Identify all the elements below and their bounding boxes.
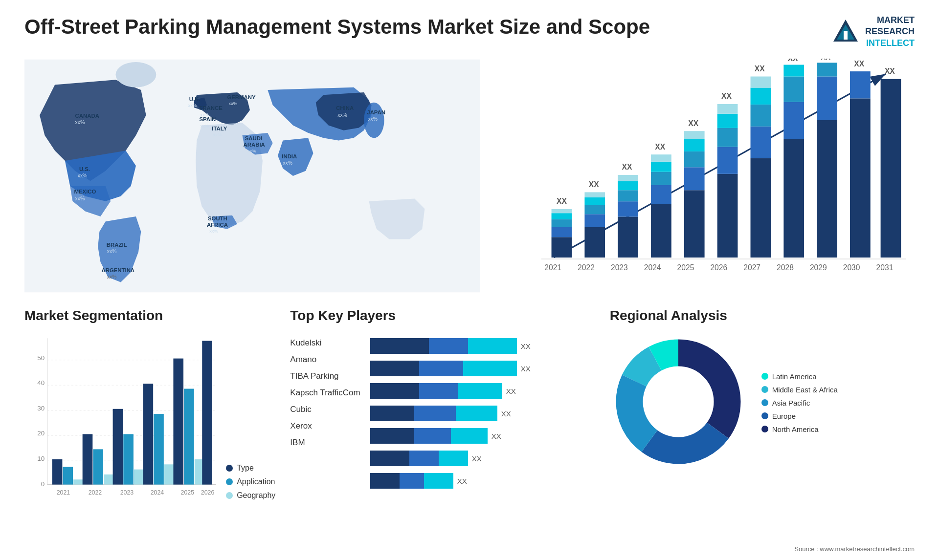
svg-rect-60 <box>651 172 671 185</box>
seg-legend: Type Application Geography <box>226 464 275 510</box>
players-list: Kudelski Amano TIBA Parking Kapsch Traff… <box>290 333 595 489</box>
svg-text:20: 20 <box>37 430 45 437</box>
svg-rect-89 <box>817 63 838 77</box>
logo-area: MARKET RESEARCH INTELLECT <box>831 15 915 49</box>
svg-text:xx%: xx% <box>78 173 88 178</box>
svg-rect-50 <box>585 193 605 197</box>
svg-rect-127 <box>104 474 114 485</box>
reg-item-na: North America <box>761 425 838 433</box>
svg-text:XX: XX <box>557 197 567 206</box>
svg-rect-70 <box>717 174 738 258</box>
svg-text:xx%: xx% <box>368 116 378 122</box>
svg-rect-46 <box>585 227 605 258</box>
svg-text:ARGENTINA: ARGENTINA <box>101 267 134 273</box>
svg-text:10: 10 <box>37 455 45 462</box>
svg-rect-134 <box>154 414 164 484</box>
svg-rect-121 <box>52 459 63 485</box>
svg-text:xx%: xx% <box>200 124 209 129</box>
svg-rect-80 <box>751 77 771 88</box>
svg-text:xx%: xx% <box>188 103 197 108</box>
bar-chart-svg: XX XX XX <box>500 59 915 293</box>
svg-rect-129 <box>113 409 123 485</box>
svg-rect-88 <box>817 77 838 120</box>
svg-rect-61 <box>651 162 671 172</box>
regional-legend: Latin America Middle East & Africa Asia … <box>761 372 838 433</box>
bar-cubic: XX <box>370 428 595 444</box>
svg-text:xx%: xx% <box>213 132 222 137</box>
svg-rect-126 <box>93 450 103 485</box>
svg-rect-91 <box>850 99 871 258</box>
key-players-section: Top Key Players Kudelski Amano TIBA Park… <box>290 308 595 513</box>
svg-rect-68 <box>684 131 705 139</box>
svg-rect-137 <box>173 359 183 485</box>
val-ibm: XX <box>457 477 467 485</box>
svg-text:XX: XX <box>589 180 599 189</box>
top-section: CANADA xx% U.S. xx% MEXICO xx% BRAZIL xx… <box>24 59 915 293</box>
donut-container <box>610 333 747 472</box>
regional-title: Regional Analysis <box>610 308 915 323</box>
europe-label: Europe <box>772 412 796 420</box>
svg-text:SOUTH: SOUTH <box>208 215 227 221</box>
svg-text:2025: 2025 <box>677 263 694 272</box>
bar-chart-container: XX XX XX <box>500 59 915 293</box>
svg-text:2026: 2026 <box>201 489 215 496</box>
key-players-title: Top Key Players <box>290 308 595 323</box>
svg-rect-133 <box>143 384 154 484</box>
svg-text:2022: 2022 <box>89 489 102 496</box>
player-ibm: IBM <box>290 438 360 448</box>
svg-rect-84 <box>784 77 805 102</box>
svg-text:XX: XX <box>854 60 865 68</box>
svg-rect-44 <box>552 209 572 213</box>
regional-section: Regional Analysis <box>610 308 915 513</box>
val-amano: XX <box>521 365 531 373</box>
logo-icon <box>831 17 860 46</box>
svg-rect-41 <box>552 227 572 237</box>
svg-rect-72 <box>717 128 738 147</box>
na-dot <box>761 426 768 432</box>
svg-text:XX: XX <box>821 59 831 61</box>
bar-xerox: XX <box>370 451 595 466</box>
latin-dot <box>761 373 768 380</box>
europe-dot <box>761 412 768 419</box>
map-container: CANADA xx% U.S. xx% MEXICO xx% BRAZIL xx… <box>24 59 480 293</box>
svg-rect-43 <box>552 213 572 219</box>
apac-label: Asia Pacific <box>772 399 810 407</box>
val-kapsch: XX <box>501 409 511 418</box>
svg-text:2022: 2022 <box>578 263 595 272</box>
svg-rect-62 <box>651 154 671 162</box>
svg-text:2025: 2025 <box>181 489 195 496</box>
svg-rect-77 <box>751 127 771 158</box>
latin-label: Latin America <box>772 372 817 381</box>
donut-svg <box>610 333 747 470</box>
mea-label: Middle East & Africa <box>772 386 838 394</box>
svg-text:2024: 2024 <box>644 263 661 272</box>
svg-text:GERMANY: GERMANY <box>227 94 256 100</box>
svg-rect-79 <box>751 88 771 105</box>
svg-rect-141 <box>202 341 212 485</box>
svg-rect-135 <box>164 464 175 484</box>
seg-svg: 0 10 20 30 40 50 20 <box>24 333 216 510</box>
svg-rect-54 <box>618 190 639 201</box>
bar-kapsch-inner <box>370 406 497 421</box>
val-tiba: XX <box>506 387 516 395</box>
player-tiba: TIBA Parking <box>290 371 360 381</box>
svg-text:JAPAN: JAPAN <box>367 109 385 115</box>
regional-body: Latin America Middle East & Africa Asia … <box>610 333 915 472</box>
svg-text:INDIA: INDIA <box>282 153 297 159</box>
svg-rect-138 <box>184 389 194 485</box>
bar-ibm-inner <box>370 473 453 489</box>
logo-line1: MARKET <box>865 15 915 26</box>
reg-item-latin: Latin America <box>761 372 838 381</box>
legend-item-app: Application <box>226 477 275 486</box>
val-xerox: XX <box>472 454 482 463</box>
reg-item-europe: Europe <box>761 412 838 420</box>
svg-text:U.K.: U.K. <box>189 96 201 102</box>
svg-text:xx%: xx% <box>247 149 256 154</box>
header: Off-Street Parking Management Systems Ma… <box>24 15 915 49</box>
logo-text: MARKET RESEARCH INTELLECT <box>865 15 915 49</box>
svg-text:xx%: xx% <box>75 120 85 126</box>
svg-text:2021: 2021 <box>545 263 562 272</box>
svg-rect-93 <box>881 79 901 258</box>
svg-rect-85 <box>784 65 805 77</box>
svg-text:2026: 2026 <box>711 263 728 272</box>
